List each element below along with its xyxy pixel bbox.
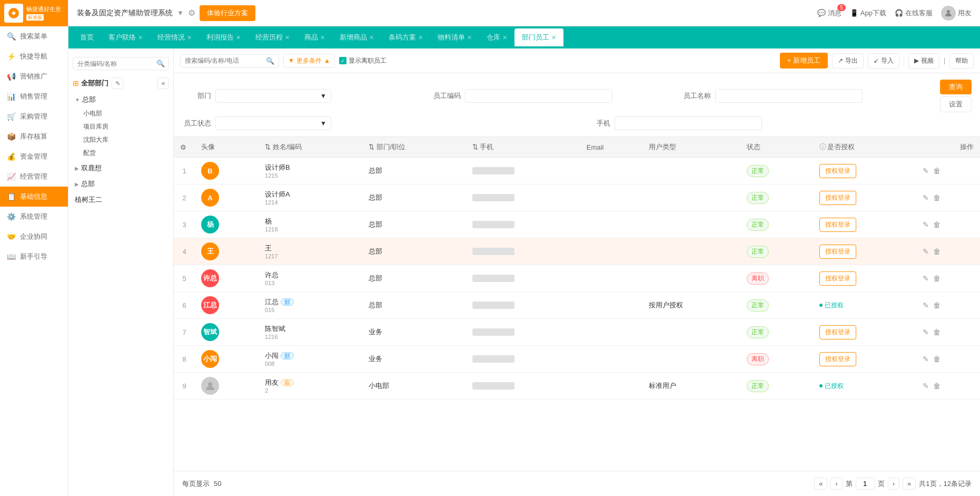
- reset-button[interactable]: 设置: [940, 96, 972, 112]
- tab-warehouse[interactable]: 仓库 ✕: [479, 28, 514, 46]
- col-phone[interactable]: ⇅ 手机: [466, 137, 580, 158]
- settings-icon[interactable]: ⚙: [188, 8, 195, 18]
- phone-filter-input[interactable]: [615, 116, 762, 130]
- dept-search-input[interactable]: [77, 60, 156, 67]
- delete-button[interactable]: 🗑: [933, 382, 941, 390]
- sidebar-item-purchase[interactable]: 🛒 采购管理: [0, 106, 68, 127]
- sidebar-item-search[interactable]: 🔍 搜索菜单: [0, 26, 68, 46]
- tab-profit[interactable]: 利润报告 ✕: [199, 28, 248, 46]
- sidebar-item-sales[interactable]: 📊 销售管理: [0, 86, 68, 106]
- dept-child-peihuo[interactable]: 配货: [71, 147, 171, 160]
- edit-button[interactable]: ✎: [923, 355, 929, 363]
- auth-button[interactable]: 授权登录: [819, 245, 856, 259]
- dept-edit-icon[interactable]: ✎: [112, 77, 123, 89]
- tab-employees[interactable]: 部门员工 ✕: [514, 28, 563, 46]
- prev-page-button[interactable]: ‹: [830, 478, 842, 490]
- dept-search-icon[interactable]: 🔍: [156, 60, 165, 67]
- message-button[interactable]: 💬 消息 5: [817, 8, 842, 18]
- col-name[interactable]: ⇅ 姓名/编码: [259, 137, 362, 158]
- edit-button[interactable]: ✎: [923, 193, 929, 202]
- sidebar-item-collab[interactable]: 🤝 企业协同: [0, 227, 68, 247]
- close-icon[interactable]: ✕: [369, 34, 374, 41]
- dept-child-xiangmu[interactable]: 项目库房: [71, 120, 171, 133]
- tab-add-goods[interactable]: 新增商品 ✕: [332, 28, 381, 46]
- tab-barcode[interactable]: 条码方案 ✕: [381, 28, 430, 46]
- sidebar-item-system[interactable]: ⚙️ 系统管理: [0, 207, 68, 227]
- trial-button[interactable]: 体验行业方案: [200, 5, 255, 21]
- delete-button[interactable]: 🗑: [933, 274, 941, 283]
- auth-button[interactable]: 授权登录: [819, 218, 856, 232]
- view-button[interactable]: ▶ 视频: [908, 53, 939, 69]
- empcode-filter-input[interactable]: [465, 89, 612, 103]
- show-resigned-toggle[interactable]: ✓ 显示离职员工: [339, 56, 387, 65]
- tab-bom[interactable]: 物料清单 ✕: [430, 28, 479, 46]
- dept-child-shenyang[interactable]: 沈阳大库: [71, 133, 171, 147]
- export-button[interactable]: ↗ 导出: [832, 53, 864, 69]
- import-button[interactable]: ↙ 导入: [868, 53, 899, 69]
- dept-filter-select[interactable]: ▼: [215, 89, 331, 103]
- col-dept[interactable]: ⇅ 部门/职位: [362, 137, 466, 158]
- edit-button[interactable]: ✎: [923, 274, 929, 283]
- all-dept-label[interactable]: 全部部门: [81, 79, 108, 88]
- dept-child-xiaodian[interactable]: 小电部: [71, 107, 171, 120]
- auth-button[interactable]: 授权登录: [819, 352, 856, 366]
- close-icon[interactable]: ✕: [187, 34, 192, 41]
- search-icon[interactable]: 🔍: [266, 57, 274, 65]
- auth-button[interactable]: 授权登录: [819, 325, 856, 339]
- close-icon[interactable]: ✕: [502, 34, 507, 41]
- close-icon[interactable]: ✕: [236, 34, 241, 41]
- edit-button[interactable]: ✎: [923, 328, 929, 336]
- user-area[interactable]: 用友: [941, 6, 972, 21]
- add-employee-button[interactable]: + 新增员工: [780, 53, 828, 69]
- sidebar-item-operation[interactable]: 📈 经营管理: [0, 167, 68, 187]
- dept-group-toggle[interactable]: ▼ 总部: [71, 92, 171, 107]
- edit-button[interactable]: ✎: [923, 382, 929, 390]
- delete-button[interactable]: 🗑: [933, 167, 941, 175]
- close-icon[interactable]: ✕: [467, 34, 472, 41]
- sidebar-item-marketing[interactable]: 📢 营销推广: [0, 66, 68, 86]
- close-icon[interactable]: ✕: [551, 34, 556, 41]
- close-icon[interactable]: ✕: [285, 34, 290, 41]
- auth-button[interactable]: 授权登录: [819, 271, 856, 286]
- query-button[interactable]: 查询: [940, 80, 972, 94]
- delete-button[interactable]: 🗑: [933, 355, 941, 363]
- sidebar-item-basic[interactable]: 📋 基础信息: [0, 187, 68, 207]
- next-page-button[interactable]: ›: [888, 478, 899, 490]
- search-input[interactable]: [185, 57, 264, 64]
- tab-customer[interactable]: 客户联络 ✕: [101, 28, 150, 46]
- sidebar-item-quicknav[interactable]: ⚡ 快捷导航: [0, 46, 68, 66]
- sidebar-item-inventory[interactable]: 📦 库存核算: [0, 127, 68, 147]
- status-filter-select[interactable]: ▼: [215, 116, 331, 130]
- empname-filter-input[interactable]: [715, 89, 863, 103]
- sidebar-item-finance[interactable]: 💰 资金管理: [0, 147, 68, 167]
- auth-button[interactable]: 授权登录: [819, 164, 856, 178]
- delete-button[interactable]: 🗑: [933, 328, 941, 336]
- dept-group-toggle4[interactable]: 植树王二: [71, 192, 171, 207]
- close-icon[interactable]: ✕: [138, 34, 143, 41]
- col-settings[interactable]: ⚙: [174, 137, 195, 158]
- delete-button[interactable]: 🗑: [933, 193, 941, 202]
- app-download-button[interactable]: 📱 App下载: [850, 8, 886, 18]
- dept-group-toggle2[interactable]: ▶ 双鹿想: [71, 161, 171, 176]
- edit-button[interactable]: ✎: [923, 167, 929, 175]
- delete-button[interactable]: 🗑: [933, 220, 941, 229]
- tab-goods[interactable]: 商品 ✕: [297, 28, 332, 46]
- last-page-button[interactable]: »: [903, 478, 916, 490]
- tab-biz-history[interactable]: 经营历程 ✕: [248, 28, 297, 46]
- dept-collapse-btn[interactable]: «: [157, 77, 169, 89]
- sidebar-item-guide[interactable]: 📖 新手引导: [0, 247, 68, 267]
- edit-button[interactable]: ✎: [923, 247, 929, 256]
- chevron-down-icon[interactable]: ▼: [177, 9, 184, 17]
- edit-button[interactable]: ✎: [923, 220, 929, 229]
- close-icon[interactable]: ✕: [320, 34, 325, 41]
- more-filter-button[interactable]: ▼ 更多条件 ▲: [283, 54, 335, 68]
- delete-button[interactable]: 🗑: [933, 301, 941, 309]
- tab-operation-status[interactable]: 经营情况 ✕: [150, 28, 199, 46]
- delete-button[interactable]: 🗑: [933, 247, 941, 256]
- dept-group-toggle3[interactable]: ▶ 总部: [71, 177, 171, 191]
- help-button[interactable]: 帮助: [949, 53, 974, 69]
- auth-button[interactable]: 授权登录: [819, 191, 856, 205]
- page-input[interactable]: [856, 478, 875, 490]
- close-icon[interactable]: ✕: [418, 34, 423, 41]
- edit-button[interactable]: ✎: [923, 301, 929, 309]
